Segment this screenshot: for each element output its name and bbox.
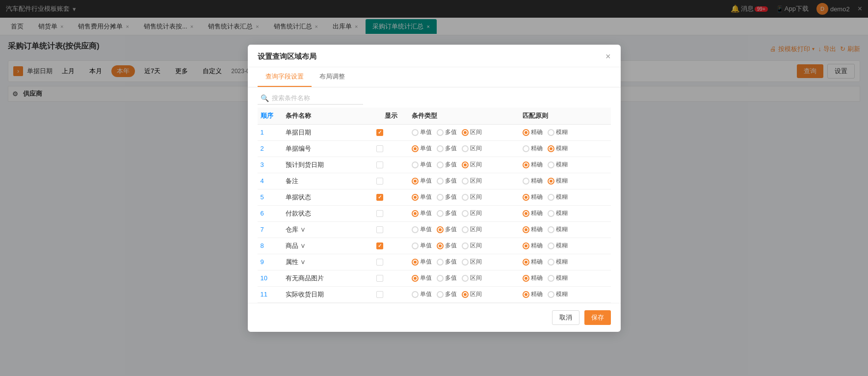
search-input[interactable] — [272, 94, 360, 102]
dialog-close-button[interactable]: × — [605, 52, 611, 62]
th-name: 条件名称 — [283, 107, 373, 108]
table-header-row: 顺序 条件名称 显示 条件类型 匹配原则 — [258, 107, 611, 108]
dtab-query-fields-label: 查询字段设置 — [265, 73, 304, 80]
th-match: 匹配原则 — [520, 107, 610, 108]
search-icon: 🔍 — [261, 94, 269, 102]
dtab-layout-adjust-label: 布局调整 — [319, 73, 345, 80]
settings-dialog: 设置查询区域布局 × 查询字段设置 布局调整 🔍 顺序 — [248, 45, 621, 108]
dialog-header: 设置查询区域布局 × — [248, 45, 621, 67]
th-display: 显示 — [373, 107, 409, 108]
dialog-overlay: 设置查询区域布局 × 查询字段设置 布局调整 🔍 顺序 — [0, 0, 868, 107]
dialog-table: 顺序 条件名称 显示 条件类型 匹配原则 1单据日期单值多值区间精确模糊2单据编… — [248, 107, 621, 108]
dtab-query-fields[interactable]: 查询字段设置 — [258, 67, 312, 87]
th-order: 顺序 — [258, 107, 283, 108]
dialog-search-area: 🔍 — [248, 87, 621, 107]
dialog-title: 设置查询区域布局 — [258, 52, 316, 61]
th-type: 条件类型 — [409, 107, 520, 108]
dialog-tabs: 查询字段设置 布局调整 — [248, 67, 621, 87]
dtab-layout-adjust[interactable]: 布局调整 — [312, 67, 353, 87]
search-wrap: 🔍 — [258, 92, 363, 105]
